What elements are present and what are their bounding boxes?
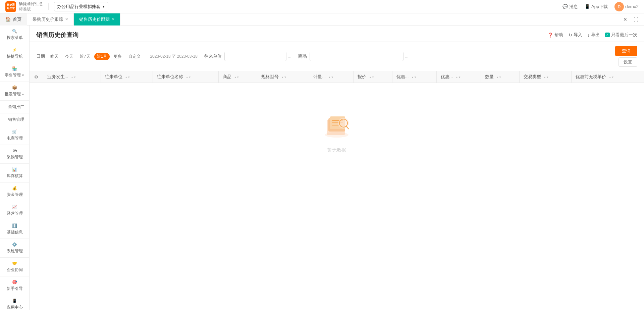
date-buttons: 昨天 今天 近7天 近1月 更多 自定义: [48, 53, 143, 60]
page-header: 销售历史价查询 ❓ 帮助 ↻ 导入 ↓ 导出 ✓ 只看最后一次: [30, 25, 644, 42]
date-btn-today[interactable]: 今天: [62, 53, 76, 60]
message-btn[interactable]: 💬 消息: [562, 4, 578, 10]
ecommerce-icon: 🛒: [12, 130, 17, 134]
main-layout: 🔍 搜索菜单 ⚡ 快捷导航 🏪 零售管理 ▼ 📦 批发管理 ▲ 营销推广 销售管…: [0, 25, 644, 310]
th-unit[interactable]: 计量... ▲▼: [309, 71, 354, 83]
enterprise-icon: 🤝: [12, 261, 17, 266]
import-btn[interactable]: ↻ 导入: [569, 32, 582, 38]
th-quantity[interactable]: 数量 ▲▼: [481, 71, 519, 83]
th-quote[interactable]: 报价 ▲▼: [354, 71, 392, 83]
company-dropdown[interactable]: 办公用品行业模拟账套 ▼: [54, 2, 108, 11]
chevron-down-icon: ▼: [102, 5, 105, 8]
sidebar-item-search[interactable]: 🔍 搜索菜单: [0, 25, 29, 44]
tab-actions: ✕ ⛶: [621, 15, 644, 23]
sidebar-item-guide[interactable]: 🎯 新手引导: [0, 276, 29, 295]
filter-right-actions: 查询 设置: [615, 46, 637, 67]
th-pretax-price[interactable]: 优惠前无税单价 ▲▼: [572, 71, 644, 83]
table-header-row: ⚙ 业务发生... ▲▼ 往来单位 ▲▼ 往来单位名称 ▲▼: [30, 71, 644, 83]
th-partner-code[interactable]: 往来单位 ▲▼: [101, 71, 153, 83]
th-product[interactable]: 商品 ▲▼: [218, 71, 257, 83]
partner-filter-group: 往来单位 ...: [204, 52, 291, 61]
date-btn-1month[interactable]: 近1月: [94, 53, 110, 60]
purchase-icon: 🛍: [13, 148, 17, 153]
topbar-left: 畅捷通好生意 畅捷通好生意 标准版 办公用品行业模拟账套 ▼: [5, 1, 108, 12]
th-trade-type[interactable]: 交易类型 ▲▼: [519, 71, 571, 83]
sort-icon-partner-code: ▲▼: [125, 76, 130, 79]
th-spec[interactable]: 规格型号 ▲▼: [257, 71, 309, 83]
tab-purchase-close[interactable]: ✕: [65, 17, 68, 21]
retail-arrow: ▼: [21, 73, 25, 77]
sidebar: 🔍 搜索菜单 ⚡ 快捷导航 🏪 零售管理 ▼ 📦 批发管理 ▲ 营销推广 销售管…: [0, 25, 30, 310]
shortcut-icon: ⚡: [12, 48, 17, 52]
empty-icon: [320, 110, 354, 143]
close-tab-btn[interactable]: ✕: [621, 15, 629, 23]
sort-icon-pretax-price: ▲▼: [609, 76, 614, 79]
sidebar-item-ecommerce[interactable]: 🛒 电商管理: [0, 126, 29, 145]
logo-icon: 畅捷通好生意: [5, 1, 16, 12]
th-biz-date[interactable]: 业务发生... ▲▼: [43, 71, 101, 83]
logo-text: 畅捷通好生意 标准版: [19, 1, 43, 12]
tab-sales-close[interactable]: ✕: [112, 17, 115, 21]
app-download-btn[interactable]: 📱 App下载: [585, 4, 608, 10]
export-btn[interactable]: ↓ 导出: [588, 32, 600, 38]
sidebar-item-sales-mgmt[interactable]: 销售管理: [0, 113, 29, 126]
product-dots[interactable]: ...: [405, 54, 409, 59]
retail-icon: 🏪: [12, 66, 17, 71]
date-filter-group: 日期 昨天 今天 近7天 近1月 更多 自定义: [36, 53, 143, 60]
date-range-text: 2023-02-18 至 2023-03-18: [150, 54, 197, 59]
date-btn-yesterday[interactable]: 昨天: [48, 53, 61, 60]
inventory-icon: 📊: [12, 167, 17, 172]
th-discount1[interactable]: 优惠... ▲▼: [392, 71, 436, 83]
content-area: 销售历史价查询 ❓ 帮助 ↻ 导入 ↓ 导出 ✓ 只看最后一次: [30, 25, 644, 310]
help-btn[interactable]: ❓ 帮助: [548, 32, 563, 38]
th-partner-name[interactable]: 往来单位名称 ▲▼: [153, 71, 219, 83]
partner-dots[interactable]: ...: [288, 54, 291, 59]
date-btn-7days[interactable]: 近7天: [77, 53, 93, 60]
tab-purchase[interactable]: 采购历史价跟踪 ✕: [27, 13, 74, 25]
avatar: D: [614, 2, 624, 11]
tab-sales[interactable]: 销售历史价跟踪 ✕: [74, 13, 120, 25]
only-last-checkbox[interactable]: ✓: [605, 33, 610, 37]
product-input[interactable]: [310, 52, 404, 61]
sort-icon-discount2: ▲▼: [455, 76, 461, 79]
tab-home[interactable]: 🏠 首页: [0, 13, 27, 25]
help-icon: ❓: [548, 33, 553, 38]
export-icon: ↓: [588, 33, 590, 38]
partner-input-group: ...: [224, 52, 291, 61]
operations-icon: 📈: [12, 205, 17, 209]
sidebar-item-purchase-mgmt[interactable]: 🛍 采购管理: [0, 145, 29, 164]
svg-line-9: [346, 126, 348, 129]
product-input-group: ...: [310, 52, 409, 61]
sidebar-item-inventory[interactable]: 📊 库存核算: [0, 164, 29, 183]
table-wrapper: ⚙ 业务发生... ▲▼ 往来单位 ▲▼ 往来单位名称 ▲▼: [30, 71, 644, 310]
query-button[interactable]: 查询: [615, 46, 637, 56]
sidebar-item-enterprise[interactable]: 🤝 企业协同: [0, 258, 29, 276]
sidebar-item-system[interactable]: ⚙️ 系统管理: [0, 239, 29, 258]
app-center-icon: 📱: [12, 299, 17, 303]
sidebar-item-marketing[interactable]: 营销推广: [0, 101, 29, 113]
date-btn-custom[interactable]: 自定义: [126, 53, 143, 60]
data-table: ⚙ 业务发生... ▲▼ 往来单位 ▲▼ 往来单位名称 ▲▼: [30, 71, 644, 83]
date-btn-more[interactable]: 更多: [111, 53, 124, 60]
th-discount2[interactable]: 优惠... ▲▼: [436, 71, 481, 83]
maximize-btn[interactable]: ⛶: [632, 15, 640, 23]
sidebar-item-operations[interactable]: 📈 经营管理: [0, 201, 29, 220]
only-last-btn[interactable]: ✓ 只看最后一次: [605, 32, 637, 38]
sidebar-item-shortcut[interactable]: ⚡ 快捷导航: [0, 44, 29, 63]
th-gear[interactable]: ⚙: [30, 71, 43, 83]
sort-icon-discount1: ▲▼: [411, 76, 417, 79]
sidebar-item-finance[interactable]: 💰 资金管理: [0, 183, 29, 201]
wholesale-icon: 📦: [12, 85, 17, 90]
filter-bar: 日期 昨天 今天 近7天 近1月 更多 自定义 2023-02-18 至 202…: [30, 42, 644, 71]
sidebar-item-basic-info[interactable]: ℹ️ 基础信息: [0, 220, 29, 239]
sort-icon-quote: ▲▼: [369, 76, 374, 79]
page-header-actions: ❓ 帮助 ↻ 导入 ↓ 导出 ✓ 只看最后一次: [548, 32, 638, 38]
user-profile[interactable]: D demo2: [614, 2, 639, 11]
sidebar-item-app-center[interactable]: 📱 应用中心: [0, 295, 29, 310]
sidebar-item-retail[interactable]: 🏪 零售管理 ▼: [0, 63, 29, 82]
sidebar-item-wholesale[interactable]: 📦 批发管理 ▲: [0, 82, 29, 101]
partner-input[interactable]: [224, 52, 286, 61]
settings-button[interactable]: 设置: [619, 57, 637, 67]
system-icon: ⚙️: [12, 242, 17, 247]
guide-icon: 🎯: [12, 280, 17, 285]
